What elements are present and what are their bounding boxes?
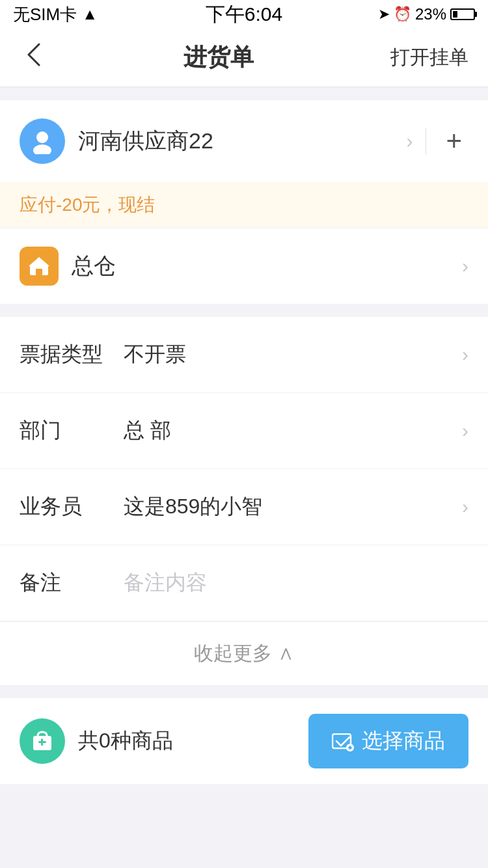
remark-input[interactable]: 备注内容 (111, 569, 468, 597)
warehouse-row[interactable]: 总仓 › (0, 228, 488, 304)
select-product-button[interactable]: 选择商品 (308, 714, 468, 768)
carrier-text: 无SIM卡 (13, 3, 77, 26)
location-icon: ➤ (378, 6, 390, 23)
user-icon (29, 128, 55, 154)
gray-background (0, 784, 488, 868)
svg-point-1 (33, 144, 51, 154)
salesperson-value: 这是859的小智 (111, 493, 462, 521)
svg-point-0 (36, 131, 48, 143)
add-supplier-button[interactable]: + (439, 126, 468, 157)
warehouse-icon (27, 254, 51, 278)
nav-bar: 进货单 打开挂单 (0, 29, 488, 87)
status-right: ➤ ⏰ 23% (378, 5, 475, 23)
alarm-icon: ⏰ (394, 6, 411, 23)
warehouse-icon-wrap (20, 247, 59, 286)
notice-text: 应付-20元，现结 (20, 195, 155, 215)
product-icon-wrap (20, 718, 65, 764)
dept-chevron-icon: › (462, 420, 468, 442)
product-icon (29, 728, 55, 754)
remark-label: 备注 (20, 569, 111, 597)
supplier-chevron-icon: › (406, 130, 413, 152)
ticket-type-chevron-icon: › (462, 344, 468, 366)
dept-label: 部门 (20, 416, 111, 445)
salesperson-row[interactable]: 业务员 这是859的小智 › (0, 469, 488, 545)
salesperson-chevron-icon: › (462, 496, 468, 518)
supplier-avatar (20, 118, 65, 164)
supplier-row[interactable]: 河南供应商22 › + (0, 100, 488, 182)
back-button[interactable] (20, 36, 47, 79)
supplier-section: 河南供应商22 › + 应付-20元，现结 总仓 › (0, 100, 488, 304)
notice-banner: 应付-20元，现结 (0, 182, 488, 228)
status-time: 下午6:04 (206, 1, 282, 28)
ticket-type-value: 不开票 (111, 340, 462, 369)
svg-marker-3 (29, 257, 49, 266)
salesperson-label: 业务员 (20, 493, 111, 521)
status-carrier: 无SIM卡 ▲ (13, 3, 98, 26)
collapse-label: 收起更多 ∧ (194, 642, 293, 664)
wifi-icon: ▲ (82, 5, 98, 23)
remark-row[interactable]: 备注 备注内容 (0, 545, 488, 621)
form-section: 票据类型 不开票 › 部门 总 部 › 业务员 这是859的小智 › 备注 备注… (0, 317, 488, 685)
warehouse-label: 总仓 (72, 251, 462, 281)
svg-rect-11 (349, 746, 351, 750)
ticket-type-label: 票据类型 (20, 340, 111, 369)
select-product-label: 选择商品 (362, 727, 445, 755)
add-divider (426, 128, 426, 154)
warehouse-chevron-icon: › (462, 255, 468, 277)
select-product-icon (332, 729, 354, 753)
status-bar: 无SIM卡 ▲ 下午6:04 ➤ ⏰ 23% (0, 0, 488, 29)
supplier-name: 河南供应商22 (78, 126, 406, 156)
page-title: 进货单 (183, 42, 254, 74)
svg-rect-7 (41, 739, 43, 746)
battery-percent: 23% (415, 5, 446, 23)
collapse-row[interactable]: 收起更多 ∧ (0, 621, 488, 685)
open-pending-button[interactable]: 打开挂单 (390, 44, 468, 71)
section-gap-1 (0, 87, 488, 100)
svg-rect-4 (36, 269, 42, 275)
product-count: 共0种商品 (78, 727, 295, 755)
dept-row[interactable]: 部门 总 部 › (0, 393, 488, 469)
battery-icon (450, 8, 475, 20)
bottom-bar: 共0种商品 选择商品 (0, 698, 488, 784)
dept-value: 总 部 (111, 416, 462, 445)
ticket-type-row[interactable]: 票据类型 不开票 › (0, 317, 488, 393)
